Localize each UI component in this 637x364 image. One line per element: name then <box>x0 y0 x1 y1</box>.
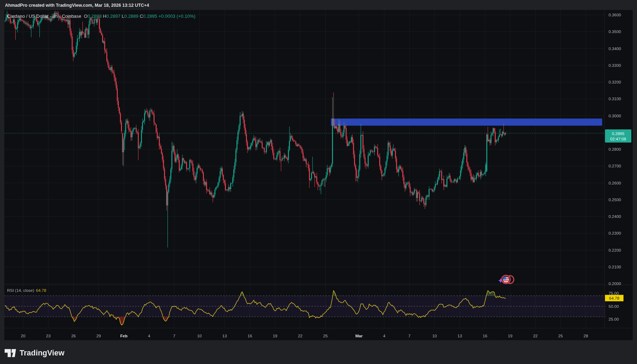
svg-text:0.2300: 0.2300 <box>609 231 621 235</box>
svg-text:4: 4 <box>148 334 150 338</box>
svg-text:75.00: 75.00 <box>609 291 619 295</box>
svg-text:0.2700: 0.2700 <box>609 164 621 168</box>
svg-text:02:47:08: 02:47:08 <box>610 137 626 141</box>
svg-text:0.2500: 0.2500 <box>609 198 621 202</box>
svg-text:25.00: 25.00 <box>609 317 619 321</box>
svg-text:Feb: Feb <box>120 334 127 338</box>
svg-text:AhmadPro created with TradingV: AhmadPro created with TradingView.com, M… <box>5 3 149 8</box>
svg-text:0.2000: 0.2000 <box>609 282 621 286</box>
svg-text:13: 13 <box>457 334 462 338</box>
svg-text:TradingView: TradingView <box>20 349 65 357</box>
svg-text:50.00: 50.00 <box>609 304 619 309</box>
svg-text:0.2600: 0.2600 <box>609 181 621 185</box>
svg-text:26: 26 <box>71 334 76 338</box>
svg-text:16: 16 <box>248 334 252 338</box>
svg-text:0.3600: 0.3600 <box>609 13 621 17</box>
svg-text:Cardano / US Dollar · 3h · Coi: Cardano / US Dollar · 3h · Coinbase O0.2… <box>7 14 196 19</box>
svg-text:0.2400: 0.2400 <box>609 214 621 219</box>
svg-text:20: 20 <box>21 334 26 338</box>
svg-text:0.2800: 0.2800 <box>609 147 621 151</box>
svg-text:25: 25 <box>323 334 328 338</box>
svg-text:22: 22 <box>298 334 303 338</box>
svg-text:0.3100: 0.3100 <box>609 97 621 101</box>
svg-text:25: 25 <box>558 334 563 338</box>
svg-text:10: 10 <box>432 334 437 338</box>
svg-text:7: 7 <box>408 334 411 338</box>
svg-text:10: 10 <box>197 334 202 338</box>
svg-text:0.2100: 0.2100 <box>609 265 621 269</box>
svg-text:16: 16 <box>483 334 487 338</box>
svg-text:19: 19 <box>508 334 513 338</box>
svg-text:0.3000: 0.3000 <box>609 114 621 118</box>
svg-text:0.3300: 0.3300 <box>609 63 621 68</box>
svg-text:64.78: 64.78 <box>609 296 620 300</box>
svg-text:4: 4 <box>383 334 386 338</box>
svg-text:0.2895: 0.2895 <box>612 132 624 136</box>
svg-text:0.3400: 0.3400 <box>609 47 621 51</box>
svg-text:13: 13 <box>223 334 227 338</box>
svg-text:Mar: Mar <box>355 334 363 338</box>
svg-text:0.2200: 0.2200 <box>609 248 621 252</box>
svg-text:0.3500: 0.3500 <box>609 30 621 34</box>
svg-text:RSI (14, close) 64.78: RSI (14, close) 64.78 <box>7 288 46 293</box>
svg-text:7: 7 <box>173 334 175 338</box>
svg-text:29: 29 <box>96 334 101 338</box>
svg-text:19: 19 <box>273 334 277 338</box>
svg-text:28: 28 <box>584 334 588 338</box>
svg-text:0.3200: 0.3200 <box>609 80 621 84</box>
svg-text:22: 22 <box>533 334 538 338</box>
svg-text:23: 23 <box>46 334 51 338</box>
